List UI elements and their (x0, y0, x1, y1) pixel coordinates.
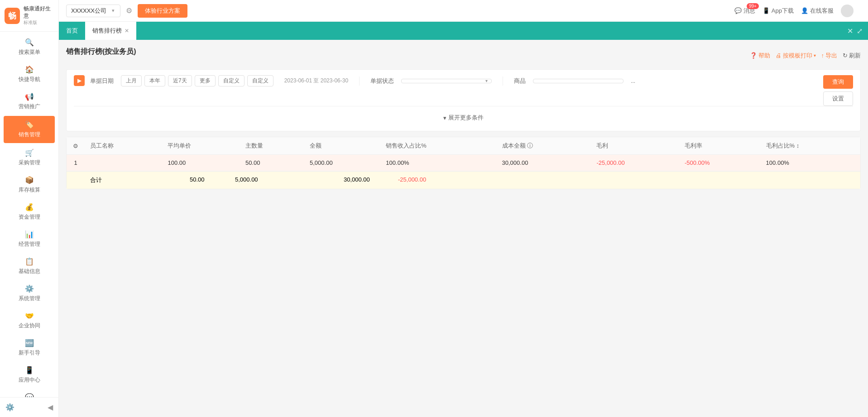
sidebar-item-quick-nav[interactable]: 🏠 快捷导航 (0, 61, 58, 88)
sidebar-item-label: 企业协同 (19, 322, 40, 330)
setting-button[interactable]: 设置 (823, 91, 853, 106)
logo-icon: 畅 (5, 8, 20, 24)
filter-main-row: ▶ 单据日期 上月 本年 近7天 更多 自定义 自定义 2023-06-01 至… (74, 75, 853, 106)
date-btn-more[interactable]: 自定义 (218, 75, 245, 86)
tab-maximize-icon[interactable]: ⤢ (857, 27, 863, 35)
sidebar-item-basic-info[interactable]: 📋 基础信息 (0, 253, 58, 280)
table-header-row: ⚙ 员工名称 平均单价 主数量 全额 销售收入占比% 成本全额 ⓘ 毛利 毛利率… (67, 137, 860, 155)
refresh-button[interactable]: ↻ 刷新 (843, 52, 861, 60)
sidebar-item-guide[interactable]: 🆕 新手引导 (0, 334, 58, 361)
filter-left: 单据日期 上月 本年 近7天 更多 自定义 自定义 2023-06-01 至 2… (90, 75, 820, 86)
online-service-btn[interactable]: 👤 在线客服 (801, 7, 834, 15)
date-btn-custom[interactable]: 自定义 (247, 75, 273, 86)
tab-sales-rank[interactable]: 销售排行榜 ✕ (85, 22, 136, 40)
cell-cost: 30,000.00 (497, 155, 591, 171)
help-button[interactable]: ❓ 帮助 (750, 52, 770, 60)
marketing-icon: 📢 (25, 92, 34, 101)
total-amount: 5,000.00 (235, 176, 289, 184)
sidebar-item-label: 营销推广 (19, 103, 40, 110)
sidebar-item-cooperation[interactable]: 🤝 企业协同 (0, 307, 58, 334)
sidebar-item-system[interactable]: ⚙️ 系统管理 (0, 280, 58, 307)
message-button[interactable]: 💬 消息 99+ (734, 7, 755, 15)
sidebar-settings-icon[interactable]: ⚙️ (5, 403, 14, 412)
filter-collapse-arrow[interactable]: ▶ (74, 75, 85, 86)
print-chevron-icon: ▾ (814, 53, 816, 58)
th-name: 员工名称 (85, 137, 162, 155)
search-icon: 🔍 (25, 38, 34, 47)
more-filter-link[interactable]: ... (631, 78, 635, 84)
sidebar-item-label: 系统管理 (19, 295, 40, 302)
company-selector[interactable]: XXXXXX公司 ▾ (66, 5, 120, 17)
sidebar-item-marketing[interactable]: 📢 营销推广 (0, 88, 58, 115)
date-btn-7days[interactable]: 更多 (195, 75, 216, 86)
date-btn-prev-month[interactable]: 上月 (121, 75, 142, 86)
date-label: 单据日期 (90, 77, 114, 85)
purchase-icon: 🛒 (25, 149, 34, 157)
sidebar-item-label: 采购管理 (19, 159, 40, 167)
status-select[interactable]: ▾ (401, 79, 492, 83)
total-gross: -25,000.00 (398, 176, 452, 184)
th-sales-pct: 销售收入占比% (380, 137, 496, 155)
sidebar-item-search[interactable]: 🔍 搜索菜单 (0, 34, 58, 61)
sidebar-bottom: ⚙️ ◀ (0, 397, 58, 417)
sidebar-item-wechat[interactable]: 💬 企业微信 (0, 388, 58, 397)
sidebar-item-inventory[interactable]: 📦 库存核算 (0, 171, 58, 198)
tab-close-window-icon[interactable]: ✕ (847, 27, 853, 35)
print-button[interactable]: 🖨 按模板打印 ▾ (776, 52, 816, 60)
chevron-down-icon: ▾ (443, 115, 446, 121)
export-button[interactable]: ↑ 导出 (821, 52, 838, 60)
refresh-icon: ↻ (843, 52, 848, 59)
page-actions: ❓ 帮助 🖨 按模板打印 ▾ ↑ 导出 ↻ 刷新 (750, 52, 861, 60)
sidebar-item-purchase[interactable]: 🛒 采购管理 (0, 144, 58, 171)
table-row: 1 100.00 50.00 5,000.00 100.00% 30,000.0… (67, 155, 860, 171)
sidebar-item-label: 基础信息 (19, 268, 40, 275)
tab-close-icon[interactable]: ✕ (125, 28, 129, 34)
sales-rank-tab-label: 销售排行榜 (92, 27, 122, 35)
sidebar-item-label: 应用中心 (19, 376, 40, 384)
sidebar-item-operations[interactable]: 📊 经营管理 (0, 225, 58, 253)
service-icon: 👤 (801, 7, 808, 14)
app-name: 畅康通好生意 (24, 5, 54, 19)
logo-text-area: 畅康通好生意 标准版 (24, 5, 54, 26)
sidebar-item-label: 快捷导航 (19, 76, 40, 83)
status-label: 单据状态 (370, 77, 394, 85)
th-avg-price: 平均单价 (162, 137, 240, 155)
goods-label: 商品 (514, 77, 526, 85)
sidebar-item-label: 销售管理 (19, 131, 40, 139)
total-label: 合计 (90, 176, 144, 184)
date-btn-this-year[interactable]: 近7天 (168, 75, 192, 86)
goods-select[interactable] (533, 79, 623, 83)
sidebar-item-sales[interactable]: 🏷️ 销售管理 (4, 116, 55, 143)
total-main-qty: 50.00 (190, 176, 235, 184)
filter-row-1: 单据日期 上月 本年 近7天 更多 自定义 自定义 2023-06-01 至 2… (90, 75, 820, 86)
cell-main-qty: 50.00 (240, 155, 304, 171)
th-main-qty: 主数量 (240, 137, 304, 155)
sidebar-item-label: 新手引导 (19, 349, 40, 357)
avatar[interactable] (841, 5, 854, 17)
cell-rank: 1 (67, 155, 85, 171)
app-download-btn[interactable]: 📱 App下载 (762, 7, 794, 15)
sidebar-item-label: 资金管理 (19, 213, 40, 221)
sidebar-collapse-icon[interactable]: ◀ (48, 403, 53, 412)
gear-icon[interactable]: ⚙ (126, 6, 132, 15)
total-settings-col (72, 176, 90, 184)
sidebar-item-finance[interactable]: 💰 资金管理 (0, 198, 58, 225)
sidebar-item-app-center[interactable]: 📱 应用中心 (0, 361, 58, 388)
export-icon: ↑ (821, 52, 825, 59)
cell-amount: 5,000.00 (304, 155, 380, 171)
industry-btn[interactable]: 体验行业方案 (138, 4, 187, 18)
expand-more-btn[interactable]: ▾ 展开更多条件 (443, 114, 484, 122)
main-content: 销售排行榜(按业务员) ❓ 帮助 🖨 按模板打印 ▾ ↑ 导出 ↻ 刷新 ▶ (59, 40, 868, 417)
th-gross: 毛利 (591, 137, 679, 155)
finance-icon: 💰 (25, 203, 34, 211)
expand-row: ▾ 展开更多条件 (74, 106, 853, 125)
tab-home[interactable]: 首页 (59, 22, 85, 40)
query-button[interactable]: 查询 (823, 75, 853, 89)
th-settings[interactable]: ⚙ (67, 137, 85, 155)
print-icon: 🖨 (776, 52, 782, 59)
date-range: 2023-06-01 至 2023-06-30 (284, 77, 348, 85)
chevron-down-icon: ▾ (485, 78, 488, 83)
total-sales-pct (289, 176, 344, 184)
expand-label: 展开更多条件 (448, 114, 484, 122)
date-btn-this-month-active[interactable]: 本年 (144, 75, 165, 86)
